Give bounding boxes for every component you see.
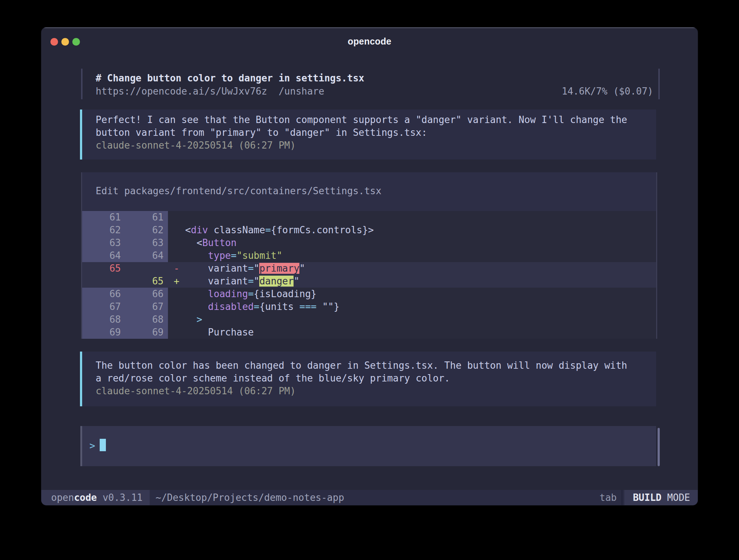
diff-code-line: > <box>168 313 656 326</box>
message-model-meta: claude-sonnet-4-20250514 (06:27 PM) <box>96 385 656 398</box>
app-version-chip: opencode v0.3.11 <box>41 490 150 505</box>
diff-code-line: type="submit" <box>168 249 656 262</box>
diff-gutter: 6666 <box>82 288 168 300</box>
message-text-line: button variant from "primary" to "danger… <box>96 126 656 139</box>
prompt-input[interactable]: > <box>80 426 656 466</box>
session-title: # Change button color to danger in setti… <box>96 72 364 85</box>
status-bar: opencode v0.3.11 ~/Desktop/Projects/demo… <box>41 490 698 505</box>
status-divider <box>621 490 623 505</box>
diff-gutter: 6464 <box>82 249 168 262</box>
diff-row: 6161 <box>82 211 656 224</box>
old-line-number: 69 <box>82 326 125 339</box>
diff-gutter: 65 <box>82 262 168 275</box>
mode-suffix: MODE <box>662 492 690 503</box>
diff-row: 65 - variant="primary" <box>82 262 656 275</box>
share-url: https://opencode.ai/s/UwJxv76z <box>96 86 267 97</box>
app-name-prefix: open <box>51 492 74 503</box>
diff-code-line: - variant="primary" <box>168 262 656 275</box>
new-line-number: 62 <box>125 224 168 237</box>
message-text-line: Perfect! I can see that the Button compo… <box>96 114 656 126</box>
old-line-number: 62 <box>82 224 125 237</box>
diff-gutter: 6161 <box>82 211 168 224</box>
window-title: opencode <box>41 36 698 47</box>
new-line-number: 64 <box>125 249 168 262</box>
assistant-message: Perfect! I can see that the Button compo… <box>80 110 656 160</box>
new-line-number <box>125 262 168 275</box>
new-line-number: 67 <box>125 300 168 313</box>
diff-code-line: Purchase <box>168 326 656 339</box>
new-line-number: 61 <box>125 211 168 224</box>
edit-tool-title: Edit packages/frontend/src/containers/Se… <box>82 172 656 211</box>
diff-row: 65 + variant="danger" <box>82 275 656 288</box>
diff-code-line: disabled={units === ""} <box>168 300 656 313</box>
opencode-window: opencode # Change button color to danger… <box>41 27 698 505</box>
header-left-border <box>81 69 83 99</box>
session-share-line: https://opencode.ai/s/UwJxv76z /unshare <box>96 85 324 98</box>
diff-gutter: 65 <box>82 275 168 288</box>
diff-gutter: 6969 <box>82 326 168 339</box>
diff-row: 6868 > <box>82 313 656 326</box>
new-line-number: 63 <box>125 237 168 249</box>
old-line-number: 63 <box>82 237 125 249</box>
new-line-number: 65 <box>125 275 168 288</box>
old-line-number: 67 <box>82 300 125 313</box>
message-body: Perfect! I can see that the Button compo… <box>96 114 656 139</box>
new-line-number: 69 <box>125 326 168 339</box>
diff-code-line: <Button <box>168 237 656 249</box>
session-header: # Change button color to danger in setti… <box>81 69 660 99</box>
diff-row: 6969 Purchase <box>82 326 656 339</box>
old-line-number: 61 <box>82 211 125 224</box>
mode-chip: BUILD MODE <box>624 490 698 505</box>
token-usage: 14.6K/7% ($0.07) <box>562 85 653 98</box>
old-line-number: 66 <box>82 288 125 300</box>
old-line-number <box>82 275 125 288</box>
tab-key-hint: tab <box>600 490 617 505</box>
diff-row: 6767 disabled={units === ""} <box>82 300 656 313</box>
assistant-message: The button color has been changed to dan… <box>80 352 656 406</box>
message-model-meta: claude-sonnet-4-20250514 (06:27 PM) <box>96 139 656 152</box>
unshare-command: /unshare <box>279 86 324 97</box>
share-url-gap <box>267 86 279 97</box>
input-scrollbar[interactable] <box>658 428 660 466</box>
app-name-suffix: code <box>74 492 97 503</box>
diff-rows: 61616262 <div className={formCs.controls… <box>82 211 656 339</box>
message-text-line: The button color has been changed to dan… <box>96 359 656 372</box>
old-line-number: 64 <box>82 249 125 262</box>
old-line-number: 68 <box>82 313 125 326</box>
diff-gutter: 6868 <box>82 313 168 326</box>
message-body: The button color has been changed to dan… <box>96 359 656 385</box>
diff-code-line <box>168 211 656 224</box>
diff-code-line: + variant="danger" <box>168 275 656 288</box>
text-cursor <box>100 439 106 451</box>
diff-gutter: 6262 <box>82 224 168 237</box>
header-right-border <box>658 69 660 99</box>
diff-row: 6262 <div className={formCs.controls}> <box>82 224 656 237</box>
diff-code-line: loading={isLoading} <box>168 288 656 300</box>
edit-tool-block: Edit packages/frontend/src/containers/Se… <box>81 172 657 339</box>
diff-gutter: 6363 <box>82 237 168 249</box>
message-text-line: a red/rose color scheme instead of the b… <box>96 372 656 385</box>
working-directory: ~/Desktop/Projects/demo-notes-app <box>156 490 344 505</box>
diff-row: 6666 loading={isLoading} <box>82 288 656 300</box>
diff-gutter: 6767 <box>82 300 168 313</box>
new-line-number: 68 <box>125 313 168 326</box>
diff-row: 6363 <Button <box>82 237 656 249</box>
diff-code-line: <div className={formCs.controls}> <box>168 224 656 237</box>
prompt-symbol: > <box>89 440 95 451</box>
app-version: v0.3.11 <box>97 492 142 503</box>
titlebar: opencode <box>41 27 698 53</box>
diff-row: 6464 type="submit" <box>82 249 656 262</box>
old-line-number: 65 <box>82 262 125 275</box>
new-line-number: 66 <box>125 288 168 300</box>
mode-name: BUILD <box>633 492 661 503</box>
